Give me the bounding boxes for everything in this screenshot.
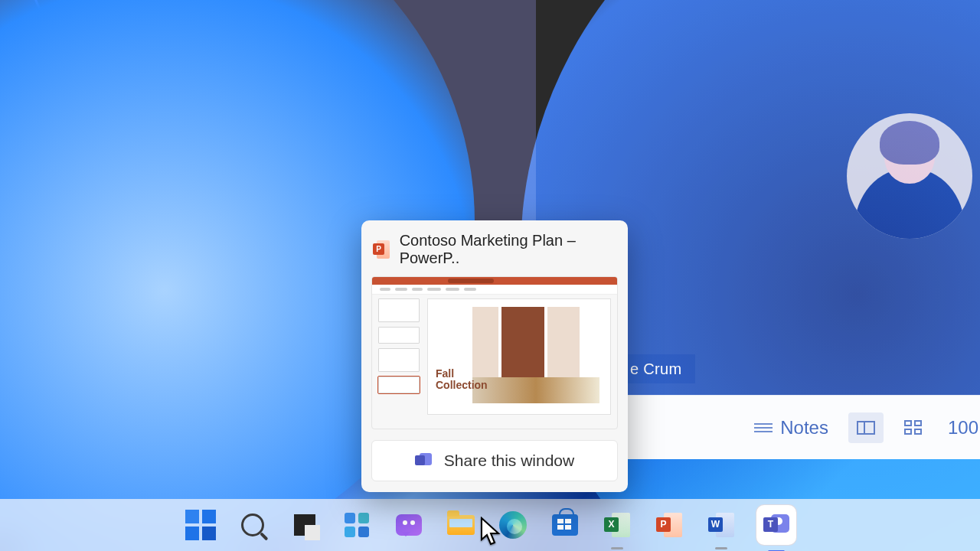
teams-icon: T [763, 514, 789, 536]
powerpoint-button[interactable]: P [652, 508, 686, 542]
word-button[interactable]: W [704, 508, 738, 542]
preview-window-title: Contoso Marketing Plan – PowerP.. [400, 232, 616, 267]
task-view-button[interactable] [288, 508, 322, 542]
widgets-icon [345, 513, 369, 537]
taskbar: X P W T [0, 499, 980, 551]
excel-button[interactable]: X [600, 508, 634, 542]
search-icon [241, 514, 264, 536]
word-icon: W [708, 513, 734, 537]
share-button-label: Share this window [444, 452, 574, 470]
preview-header[interactable]: P Contoso Marketing Plan – PowerP.. [371, 230, 618, 276]
start-icon [185, 510, 216, 540]
microsoft-store-button[interactable] [548, 508, 582, 542]
file-explorer-icon [447, 515, 475, 535]
chat-icon [396, 514, 422, 536]
excel-icon: X [604, 513, 630, 537]
chat-button[interactable] [392, 508, 426, 542]
edge-icon [499, 511, 527, 539]
widgets-button[interactable] [340, 508, 374, 542]
powerpoint-icon: P [656, 513, 682, 537]
task-view-icon [294, 514, 315, 536]
file-explorer-button[interactable] [444, 508, 478, 542]
edge-button[interactable] [496, 508, 530, 542]
microsoft-store-icon [552, 514, 578, 536]
teams-button[interactable]: T [756, 505, 796, 545]
search-button[interactable] [236, 508, 270, 542]
powerpoint-app-icon: P [373, 240, 390, 259]
taskbar-preview-card: P Contoso Marketing Plan – PowerP.. Fall… [361, 220, 628, 492]
thumbnail-slide-title: Fall Collection [436, 368, 488, 391]
preview-thumbnail[interactable]: Fall Collection [371, 276, 618, 429]
teams-share-icon [415, 453, 432, 468]
running-indicator [611, 547, 623, 549]
running-indicator [715, 547, 727, 549]
start-button[interactable] [184, 508, 217, 542]
share-this-window-button[interactable]: Share this window [371, 440, 618, 481]
